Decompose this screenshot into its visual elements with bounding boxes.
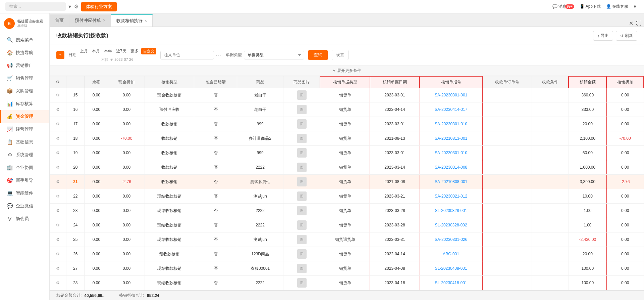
td-row-settings[interactable]: ⚙ [50, 276, 66, 290]
dropdown-icon[interactable]: ▾ [68, 3, 71, 10]
link-writeoff_bill_no[interactable]: SA-20230321-012 [435, 194, 467, 199]
td-writeoff_bill_no[interactable]: SA-20230301-001 [420, 88, 482, 102]
td-row-settings[interactable]: ⚙ [50, 88, 66, 102]
td-row-settings[interactable]: ⚙ [50, 247, 66, 261]
link-writeoff_bill_no[interactable]: SA-20230414-017 [435, 107, 467, 112]
export-button[interactable]: ↑ 导出 [593, 31, 613, 41]
solution-button[interactable]: 体验行业方案 [81, 2, 117, 11]
td-goods: 2222 [237, 160, 283, 175]
finance-icon: 💰 [6, 114, 13, 120]
app-name: 畅捷通谁好生意 [17, 19, 43, 24]
td-row-settings[interactable]: ⚙ [50, 131, 66, 146]
link-writeoff_bill_no[interactable]: SA-20230301-010 [435, 151, 467, 155]
online-service-link[interactable]: 👤 在线客服 [606, 4, 628, 9]
sidebar-item-system[interactable]: ⚙系统管理 [0, 148, 49, 161]
td-writeoff_bill_no[interactable]: SL-20230328-001 [420, 204, 482, 218]
td-row-settings[interactable]: ⚙ [50, 204, 66, 218]
td-cash_discount: 0.00 [108, 102, 145, 117]
link-writeoff_bill_no[interactable]: SA-20210808-001 [435, 179, 467, 184]
th-settings[interactable]: ⚙ [50, 76, 66, 88]
td-row-settings[interactable]: ⚙ [50, 117, 66, 131]
td-writeoff_bill_no[interactable]: SA-20230321-012 [420, 189, 482, 204]
date-this-year[interactable]: 本年 [103, 48, 113, 55]
td-writeoff_bill_no[interactable]: SA-20210813-001 [420, 131, 482, 146]
link-writeoff_bill_no[interactable]: ABC-001 [443, 252, 459, 256]
link-writeoff_bill_no[interactable]: SA-20210813-001 [435, 136, 467, 141]
td-writeoff_bill_no[interactable]: SA-20230331-026 [420, 232, 482, 247]
table-row: ⚙210.00-2.76收款核销否测试多属性图销货单2021-08-08SA-2… [50, 175, 644, 189]
td-row-settings[interactable]: ⚙ [50, 261, 66, 276]
voucher-type-select[interactable]: 单据类型 [244, 51, 304, 59]
counterpart-input[interactable] [160, 51, 214, 59]
td-goods: 2222 [237, 276, 283, 290]
sidebar-item-hardware[interactable]: 💻智能硬件 [0, 187, 49, 200]
td-row-settings[interactable]: ⚙ [50, 102, 66, 117]
link-writeoff_bill_no[interactable]: SA-20230301-010 [435, 122, 467, 126]
date-this-month[interactable]: 本月 [91, 48, 101, 55]
td-row-settings[interactable]: ⚙ [50, 232, 66, 247]
sidebar-item-sales[interactable]: 🛒销售管理 [0, 72, 49, 85]
link-writeoff_bill_no[interactable]: SA-20230301-001 [435, 93, 467, 97]
sidebar-item-member[interactable]: V畅会员 [0, 212, 49, 225]
sidebar-item-newbie[interactable]: 🎯新手引导 [0, 174, 49, 187]
sidebar-item-inventory[interactable]: 📊库存核算 [0, 97, 49, 110]
td-writeoff_bill_no[interactable]: SA-20230314-008 [420, 160, 482, 175]
global-search-input[interactable]: 搜索... [5, 2, 66, 11]
expand-window-icon[interactable]: ⛶ [636, 20, 641, 27]
link-writeoff_bill_no[interactable]: SL-20230418-001 [435, 281, 467, 285]
link-writeoff_bill_no[interactable]: SL-20230408-001 [435, 266, 467, 271]
sidebar-item-search[interactable]: 🔍搜索菜单 [0, 34, 49, 46]
td-cash_discount: -70.00 [108, 131, 145, 146]
date-7days[interactable]: 近7天 [115, 48, 128, 55]
link-writeoff_bill_no[interactable]: SA-20230331-026 [435, 237, 467, 242]
app-download-link[interactable]: 📱 App下载 [580, 4, 601, 9]
tab-close-icon[interactable]: × [145, 18, 147, 23]
td-row-settings[interactable]: ⚙ [50, 146, 66, 160]
td-row-settings[interactable]: ⚙ [50, 189, 66, 204]
td-writeoff_bill_no[interactable]: SL-20230418-001 [420, 276, 482, 290]
sidebar-item-operations[interactable]: 📈经营管理 [0, 123, 49, 136]
td-writeoff_bill_no[interactable]: SL-20230328-002 [420, 218, 482, 232]
settings-icon[interactable]: ⚙ [74, 3, 78, 10]
sidebar-item-basic[interactable]: 📋基础信息 [0, 136, 49, 148]
td-goods: 测试多属性 [237, 175, 283, 189]
td-writeoff_bill_no[interactable]: SL-20230408-001 [420, 261, 482, 276]
link-writeoff_bill_no[interactable]: SL-20230328-001 [435, 208, 467, 213]
td-writeoff_amount: 1,000.00 [569, 160, 606, 175]
sidebar-item-enterprise[interactable]: 🏢企业协同 [0, 161, 49, 174]
td-row-settings[interactable]: ⚙ [50, 175, 66, 189]
refresh-button[interactable]: ↺ 刷新 [616, 31, 637, 41]
date-custom-button[interactable]: 自定义 [141, 48, 156, 54]
close-tab-icon[interactable]: ✕ [629, 20, 633, 27]
link-writeoff_bill_no[interactable]: SL-20230328-002 [435, 223, 467, 227]
td-row-settings[interactable]: ⚙ [50, 160, 66, 175]
tab-home[interactable]: 首页 [50, 14, 69, 27]
system-icon: ⚙ [6, 152, 13, 158]
date-more[interactable]: 更多 [129, 48, 140, 55]
td-writeoff_bill_no[interactable]: SA-20230301-010 [420, 146, 482, 160]
td-writeoff_bill_no[interactable]: ABC-001 [420, 247, 482, 261]
td-goods_img: 图 [283, 189, 320, 204]
tab-close-icon[interactable]: × [103, 18, 105, 23]
sidebar-item-wechat[interactable]: 💬企业微信 [0, 200, 49, 212]
sidebar-item-finance[interactable]: 💰资金管理 [0, 110, 49, 123]
filter-expand-button[interactable]: » [56, 51, 64, 59]
date-last-month[interactable]: 上月 [78, 48, 89, 55]
query-button[interactable]: 查询 [308, 50, 328, 60]
td-writeoff_bill_no[interactable]: SA-20230301-010 [420, 117, 482, 131]
sidebar-item-marketing[interactable]: 📢营销推广 [0, 59, 49, 72]
message-area[interactable]: 💬 消息99+ [552, 4, 574, 9]
page-content: 收款核销执行(按收款) ↑ 导出 ↺ 刷新 » [50, 27, 644, 300]
sidebar-item-quicknav[interactable]: 🏠快捷导航 [0, 46, 49, 59]
td-row-settings[interactable]: ⚙ [50, 218, 66, 232]
expand-more-bar[interactable]: ∨ 展开更多条件 [50, 66, 644, 76]
settings-button[interactable]: 设置 [332, 50, 348, 60]
tab-collection[interactable]: 收款核销执行× [111, 14, 153, 27]
link-writeoff_bill_no[interactable]: SA-20230314-008 [435, 165, 467, 170]
sidebar-item-purchase[interactable]: 📦采购管理 [0, 85, 49, 97]
sidebar-item-label: 销售管理 [16, 75, 33, 81]
td-writeoff_bill_no[interactable]: SA-20230414-017 [420, 102, 482, 117]
td-writeoff_bill_no[interactable]: SA-20210808-001 [420, 175, 482, 189]
tab-prepay[interactable]: 预付冲应付单× [69, 14, 111, 27]
app-logo: 6 [4, 18, 15, 29]
